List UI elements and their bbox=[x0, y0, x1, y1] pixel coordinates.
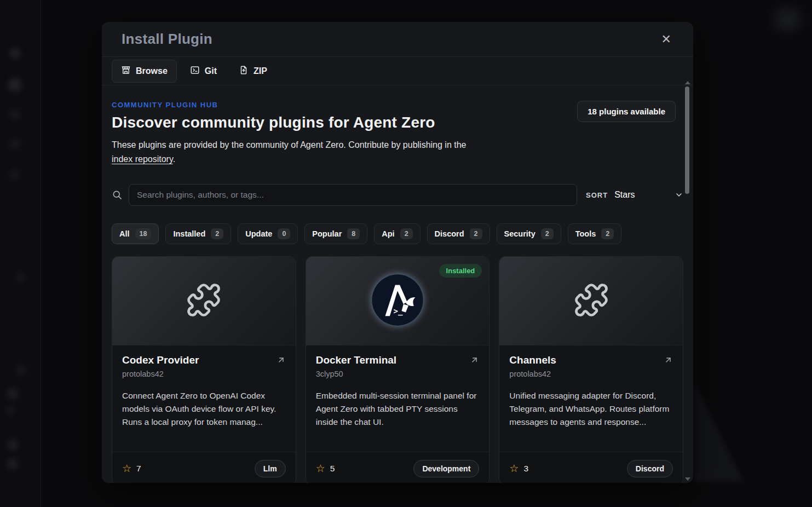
chip-label: Installed bbox=[173, 229, 205, 238]
agent-zero-logo: >_ bbox=[370, 273, 425, 330]
chip-label: All bbox=[119, 229, 130, 238]
filter-chip-update[interactable]: Update 0 bbox=[238, 223, 298, 244]
scrollbar-down-arrow[interactable] bbox=[685, 477, 690, 481]
plugin-tag[interactable]: Development bbox=[413, 460, 479, 477]
star-icon: ☆ bbox=[509, 463, 519, 474]
sidebar-icon-blurred bbox=[3, 405, 18, 416]
search-row: SORT Stars bbox=[112, 184, 683, 206]
star-icon: ☆ bbox=[316, 463, 325, 474]
chip-label: Discord bbox=[435, 229, 464, 238]
chip-count: 2 bbox=[400, 228, 413, 239]
installed-badge: Installed bbox=[439, 264, 482, 278]
filter-chip-api[interactable]: Api 2 bbox=[374, 223, 420, 244]
chip-count: 8 bbox=[347, 228, 360, 239]
plugin-name: Docker Terminal bbox=[316, 354, 396, 366]
star-count: 3 bbox=[523, 464, 528, 474]
hub-description-suffix: . bbox=[173, 154, 175, 164]
tab-zip[interactable]: ZIP bbox=[230, 60, 276, 82]
filter-chip-security[interactable]: Security 2 bbox=[497, 223, 561, 244]
filter-chip-popular[interactable]: Popular 8 bbox=[304, 223, 367, 244]
app-sidebar-dimmed bbox=[0, 0, 41, 507]
scrollbar-thumb[interactable] bbox=[685, 87, 689, 194]
sort-dropdown[interactable]: SORT Stars bbox=[586, 190, 683, 200]
external-link-icon bbox=[664, 355, 673, 365]
plugin-card-body: Codex Provider protolabs42 Connect Agent… bbox=[112, 345, 296, 452]
plugin-name: Codex Provider bbox=[122, 354, 199, 366]
filter-chip-discord[interactable]: Discord 2 bbox=[427, 223, 490, 244]
plugin-author: protolabs42 bbox=[509, 370, 673, 378]
source-tabs: Browse Git ZIP bbox=[102, 57, 693, 85]
install-plugin-modal: Install Plugin ✕ Browse Git bbox=[102, 22, 693, 483]
plugin-tag[interactable]: Discord bbox=[627, 460, 673, 477]
sidebar-icon-blurred bbox=[5, 76, 24, 94]
plugin-count-badge: 18 plugins available bbox=[577, 101, 676, 122]
chevron-down-icon bbox=[675, 191, 683, 199]
filter-chip-tools[interactable]: Tools 2 bbox=[568, 223, 622, 244]
plugin-card-footer: ☆ 3 Discord bbox=[499, 452, 683, 483]
chip-count: 18 bbox=[135, 228, 152, 239]
plugin-card-body: Docker Terminal 3clyp50 Embedded multi-s… bbox=[306, 345, 489, 452]
tab-browse[interactable]: Browse bbox=[112, 60, 177, 83]
background-glow bbox=[763, 5, 812, 33]
star-rating: ☆ 3 bbox=[509, 463, 528, 474]
plugin-card-docker-terminal[interactable]: Installed >_ bbox=[306, 256, 490, 483]
star-count: 5 bbox=[330, 464, 335, 474]
plugin-card-media bbox=[112, 257, 296, 345]
plugin-cards: Codex Provider protolabs42 Connect Agent… bbox=[112, 256, 683, 483]
hub-description: These plugins are provided by the commun… bbox=[112, 138, 489, 166]
star-icon: ☆ bbox=[122, 463, 131, 474]
external-link-icon bbox=[470, 355, 479, 365]
tab-git[interactable]: Git bbox=[181, 60, 226, 82]
filter-chip-all[interactable]: All 18 bbox=[112, 223, 159, 244]
svg-text:>_: >_ bbox=[393, 307, 403, 316]
plugin-author: 3clyp50 bbox=[316, 370, 480, 378]
filter-chip-installed[interactable]: Installed 2 bbox=[165, 223, 231, 244]
star-rating: ☆ 7 bbox=[122, 463, 141, 474]
tab-git-label: Git bbox=[205, 66, 217, 76]
hub-section: COMMUNITY PLUGIN HUB Discover community … bbox=[112, 101, 683, 166]
chip-count: 0 bbox=[278, 228, 290, 239]
chip-label: Api bbox=[382, 229, 394, 238]
plugin-name: Channels bbox=[509, 354, 556, 366]
chip-count: 2 bbox=[470, 228, 482, 239]
puzzle-icon bbox=[573, 282, 609, 320]
sidebar-icon-blurred bbox=[8, 46, 22, 60]
sidebar-icon-blurred bbox=[8, 168, 22, 182]
external-link-icon bbox=[277, 355, 286, 365]
plugin-card-media: Installed >_ bbox=[306, 257, 489, 345]
sort-label: SORT bbox=[586, 191, 608, 199]
plugin-author: protolabs42 bbox=[122, 370, 286, 378]
plugin-card-footer: ☆ 7 Llm bbox=[112, 452, 296, 483]
hub-description-text: These plugins are provided by the commun… bbox=[112, 140, 466, 149]
file-upload-icon bbox=[239, 65, 249, 77]
background-shape bbox=[694, 383, 744, 482]
modal-title: Install Plugin bbox=[122, 31, 212, 48]
chip-label: Security bbox=[504, 229, 535, 238]
plugin-card-codex-provider[interactable]: Codex Provider protolabs42 Connect Agent… bbox=[112, 256, 296, 483]
index-repository-link[interactable]: index repository bbox=[112, 154, 173, 164]
plugin-tag[interactable]: Llm bbox=[255, 460, 286, 477]
modal-header: Install Plugin ✕ bbox=[102, 22, 693, 57]
modal-scrollbar[interactable] bbox=[684, 58, 690, 483]
scrollbar-up-arrow[interactable] bbox=[685, 81, 690, 84]
search-icon bbox=[112, 189, 123, 200]
tab-browse-label: Browse bbox=[136, 66, 168, 76]
plugin-description: Unified messaging adapter for Discord, T… bbox=[509, 389, 673, 429]
sidebar-icon-blurred bbox=[8, 137, 22, 151]
star-rating: ☆ 5 bbox=[316, 463, 335, 474]
sort-value: Stars bbox=[614, 190, 635, 200]
tab-zip-label: ZIP bbox=[254, 66, 267, 76]
plugin-card-channels[interactable]: Channels protolabs42 Unified messaging a… bbox=[499, 256, 683, 483]
chip-count: 2 bbox=[601, 228, 614, 239]
storefront-icon bbox=[121, 65, 131, 77]
star-count: 7 bbox=[136, 464, 141, 474]
search-input[interactable] bbox=[129, 184, 577, 206]
close-button[interactable]: ✕ bbox=[659, 31, 673, 48]
chip-count: 2 bbox=[541, 228, 554, 239]
chip-count: 2 bbox=[211, 228, 223, 239]
puzzle-icon bbox=[186, 282, 222, 320]
modal-content: COMMUNITY PLUGIN HUB Discover community … bbox=[102, 101, 693, 483]
terminal-icon bbox=[190, 65, 200, 77]
plugin-description: Embedded multi-session terminal panel fo… bbox=[316, 389, 480, 429]
plugin-card-body: Channels protolabs42 Unified messaging a… bbox=[499, 345, 683, 452]
